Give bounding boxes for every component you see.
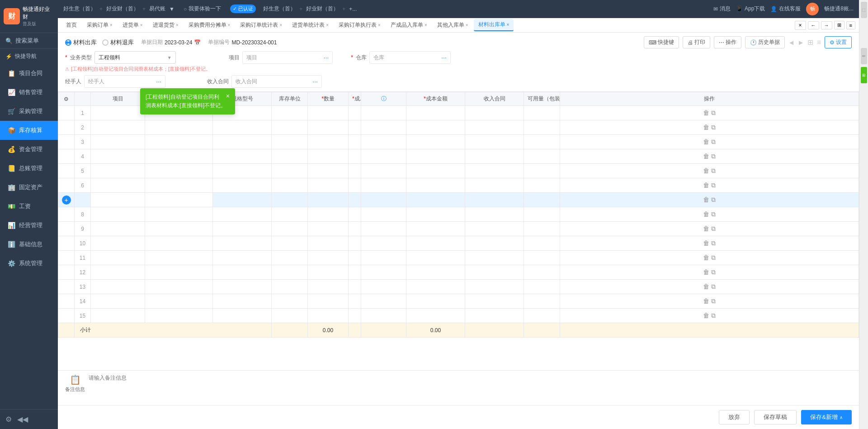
save-draft-button[interactable]: 保存草稿 <box>754 410 797 424</box>
delete-row-4-icon[interactable]: 🗑 <box>703 153 709 160</box>
tab-purchase-order[interactable]: 采购订单 × <box>82 19 117 31</box>
delete-row-13-icon[interactable]: 🗑 <box>703 283 709 291</box>
delete-row-10-icon[interactable]: 🗑 <box>703 239 709 247</box>
handler-dots-icon[interactable]: ··· <box>156 78 161 85</box>
tab-list-view[interactable]: ≡ <box>846 21 855 29</box>
td-cost-amount-1[interactable] <box>406 106 465 120</box>
sidebar-item-assets[interactable]: 🏢 固定资产 <box>0 178 58 197</box>
list-layout-icon[interactable]: ≡ <box>817 38 821 47</box>
date-value[interactable]: 2023-03-24 <box>165 39 192 46</box>
copy-row-4-icon[interactable]: ⧉ <box>711 153 716 160</box>
save-new-button[interactable]: 保存&新增 ∧ <box>801 410 852 424</box>
td-project-2[interactable] <box>91 120 145 135</box>
settings-button[interactable]: ⚙ 设置 <box>825 36 852 48</box>
experience-link[interactable]: ○ 我要体验一下 <box>184 5 221 13</box>
td-income-1[interactable] <box>465 106 524 120</box>
td-available-1[interactable] <box>524 106 560 120</box>
td-unit-2[interactable] <box>272 120 308 135</box>
tab-goods-stat[interactable]: 进货单统计表 × <box>288 19 333 31</box>
td-material-2[interactable] <box>145 120 213 135</box>
tab-close-all-button[interactable]: × <box>795 21 806 30</box>
delete-row-1-icon[interactable]: 🗑 <box>703 109 709 117</box>
tab-purchase-stat[interactable]: 采购订单统计表 × <box>236 19 287 31</box>
tab-nav-left[interactable]: ← <box>808 21 819 29</box>
add-row-button[interactable]: + <box>62 195 71 205</box>
copy-row-2-icon[interactable]: ⧉ <box>711 124 716 131</box>
operations-button[interactable]: ⋯ 操作 <box>714 36 741 48</box>
warehouse-dots-icon[interactable]: ··· <box>441 54 447 61</box>
close-finished-goods[interactable]: × <box>425 23 427 28</box>
settings-gear-icon[interactable]: ⚙ <box>5 415 12 424</box>
sidebar-item-base-info[interactable]: ℹ️ 基础信息 <box>0 235 58 254</box>
radio-material-out[interactable]: 材料出库 <box>65 38 97 47</box>
copy-row-14-icon[interactable]: ⧉ <box>711 297 716 305</box>
nav-arrow-left[interactable]: ◀ <box>789 39 793 46</box>
copy-row-1-icon[interactable]: ⧉ <box>711 109 716 117</box>
sidebar-item-sales[interactable]: 📈 销售管理 <box>0 83 58 102</box>
tab-purchase-in[interactable]: 进货单 × <box>118 19 147 31</box>
delete-row-9-icon[interactable]: 🗑 <box>703 225 709 233</box>
tooltip-close-button[interactable]: × <box>226 93 230 99</box>
sidebar-item-ledger[interactable]: 📒 总账管理 <box>0 159 58 178</box>
close-other-in[interactable]: × <box>466 23 468 28</box>
discard-button[interactable]: 放弃 <box>719 410 750 424</box>
history-button[interactable]: 🕐 历史单据 <box>745 36 785 48</box>
header-link-yidai[interactable]: 易代账 <box>149 5 165 13</box>
header-link-hyc2[interactable]: 好业财（首） <box>306 5 339 13</box>
sidebar-item-purchase[interactable]: 🛒 采购管理 <box>0 102 58 121</box>
copy-row-10-icon[interactable]: ⧉ <box>711 239 716 247</box>
td-unit-1[interactable] <box>272 106 308 120</box>
td-cost-2[interactable] <box>349 120 361 135</box>
header-link-more[interactable]: +... <box>349 6 357 12</box>
copy-row-8-icon[interactable]: ⧉ <box>711 210 716 218</box>
td-available-2[interactable] <box>524 120 560 135</box>
online-service-button[interactable]: 👤 在线客服 <box>770 5 801 13</box>
sidebar-item-payroll[interactable]: 💵 工资 <box>0 197 58 216</box>
delete-row-6-icon[interactable]: 🗑 <box>703 181 709 189</box>
sidebar-item-finance[interactable]: 💰 资金管理 <box>0 140 58 159</box>
username-label[interactable]: 畅捷通8账... <box>824 5 854 13</box>
copy-add-row-icon[interactable]: ⧉ <box>711 196 716 204</box>
notes-textarea[interactable] <box>89 374 852 397</box>
copy-row-9-icon[interactable]: ⧉ <box>711 225 716 233</box>
close-purchase-fee[interactable]: × <box>228 23 231 28</box>
close-purchase-order[interactable]: × <box>110 23 113 28</box>
tab-purchase-exec[interactable]: 采购订单执行表 × <box>334 19 385 31</box>
project-input[interactable]: 项目 ··· <box>242 51 333 64</box>
nav-arrow-right[interactable]: ▶ <box>799 39 803 46</box>
shortcut-button[interactable]: ⌨ 快捷键 <box>644 36 679 48</box>
income-contract-input[interactable]: 收入合同 ··· <box>231 75 322 88</box>
tab-nav-right[interactable]: → <box>821 21 832 29</box>
calendar-icon[interactable]: 📅 <box>194 39 201 46</box>
print-button[interactable]: 🖨 打印 <box>683 36 710 48</box>
message-button[interactable]: ✉ 消息 <box>713 5 731 13</box>
delete-row-11-icon[interactable]: 🗑 <box>703 254 709 262</box>
user-avatar[interactable]: 畅 <box>806 3 819 15</box>
td-spec-2[interactable] <box>213 120 272 135</box>
sidebar-item-operations[interactable]: 📊 经营管理 <box>0 216 58 235</box>
close-purchase-in[interactable]: × <box>140 23 143 28</box>
layout-icon[interactable]: ⊞ <box>807 38 813 47</box>
business-type-input[interactable]: 工程领料 ▼ <box>94 51 176 64</box>
tab-finished-goods[interactable]: 产成品入库单 × <box>386 19 432 31</box>
tab-material-out[interactable]: 材料出库单 × <box>474 19 514 31</box>
header-link-hyc[interactable]: 好业财（首） <box>106 5 139 13</box>
td-income-2[interactable] <box>465 120 524 135</box>
delete-row-12-icon[interactable]: 🗑 <box>703 268 709 276</box>
right-tool-1[interactable]: ⬚ <box>861 2 867 18</box>
app-download-button[interactable]: 📱 App下载 <box>736 5 765 13</box>
close-purchase-stat[interactable]: × <box>279 23 282 28</box>
tab-purchase-return[interactable]: 进退货货 × <box>148 19 183 31</box>
copy-row-3-icon[interactable]: ⧉ <box>711 138 716 146</box>
radio-material-return[interactable]: 材料退库 <box>102 38 134 47</box>
sidebar-item-system[interactable]: ⚙️ 系统管理 <box>0 254 58 273</box>
delete-add-row-icon[interactable]: 🗑 <box>703 196 709 204</box>
header-link-hsy[interactable]: 好生意（首） <box>63 5 96 13</box>
sidebar-item-project[interactable]: 📋 项目合同 <box>0 64 58 83</box>
right-tool-2[interactable]: ✏ <box>861 48 867 64</box>
th-settings[interactable]: ⚙ <box>58 92 75 106</box>
copy-row-6-icon[interactable]: ⧉ <box>711 181 716 189</box>
th-cost-info-icon[interactable]: ⓘ <box>361 92 406 106</box>
header-link-hsy2[interactable]: 好生意（首） <box>263 5 296 13</box>
tab-home[interactable]: 首页 <box>61 19 81 31</box>
